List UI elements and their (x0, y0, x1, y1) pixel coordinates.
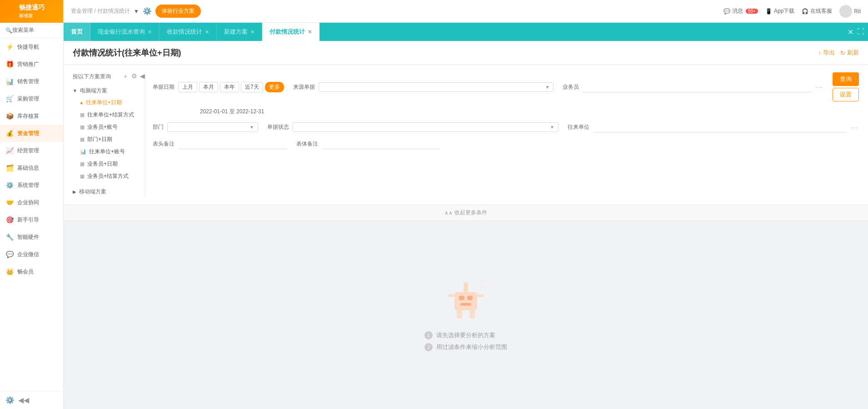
sidebar-item-inventory[interactable]: 📦 库存核算 (0, 107, 63, 125)
sidebar-item-basic[interactable]: 🗂️ 基础信息 (0, 159, 63, 177)
sidebar-item-finance[interactable]: 💰 资金管理 (0, 125, 63, 142)
bank-tab-close[interactable]: ✕ (148, 29, 152, 35)
header-left: 资金管理 / 付款情况统计 ▼ ⚙️ 体验行业方案 (71, 5, 718, 18)
date-btn-this-year[interactable]: 本年 (220, 82, 239, 92)
app-download-action[interactable]: 📱 App下载 (765, 7, 794, 15)
trial-btn[interactable]: 体验行业方案 (155, 5, 201, 18)
sidebar-item-label: 资金管理 (17, 130, 39, 137)
sidebar-item-marketing[interactable]: 🎁 营销推广 (0, 56, 63, 73)
breadcrumb-dropdown[interactable]: ▼ (134, 8, 139, 15)
app-logo: 畅捷通巧 标准版 (0, 0, 63, 23)
sidebar-item-label: 销售管理 (17, 78, 39, 86)
empty-tip-1: 1 请先选择要分析的方案 (424, 331, 507, 339)
filter-body-note-item: 表体备注 (296, 139, 859, 149)
scheme-item-staff-settle[interactable]: ▦ 业务员+结算方式 (73, 170, 145, 182)
sidebar-item-hardware[interactable]: 🔧 智能硬件 (0, 228, 63, 246)
collapse-more-btn[interactable]: ∧∧ 收起更多条件 (444, 209, 487, 217)
scheme-item-unit-account[interactable]: 📊 往来单位+账号 (73, 146, 145, 158)
staff-dots-btn[interactable]: ··· (815, 83, 823, 91)
header-note-input[interactable] (178, 139, 287, 149)
header-settings-icon[interactable]: ⚙️ (143, 7, 152, 15)
date-btn-7days[interactable]: 近7天 (241, 82, 263, 92)
message-action[interactable]: 💬 消息 99+ (723, 7, 758, 15)
user-profile[interactable]: Rit (839, 5, 861, 18)
filter-partner-item: 往来单位 ··· (568, 122, 859, 132)
doc-status-select[interactable]: ▼ (293, 122, 559, 132)
user-avatar (839, 5, 852, 18)
staff-label: 业务员 (563, 83, 579, 91)
page-title: 付款情况统计(往来单位+日期) (73, 47, 181, 58)
tab-payment[interactable]: 付款情况统计 ✕ (262, 23, 319, 41)
export-btn[interactable]: ↑ 导出 (818, 49, 835, 57)
refresh-label: 刷新 (847, 49, 859, 57)
settings-btn[interactable]: 设置 (833, 88, 859, 101)
sidebar-item-label: 系统管理 (17, 182, 39, 189)
service-icon: 🎧 (802, 8, 808, 15)
filter-staff-item: 业务员 ··· (563, 82, 823, 92)
tab-close-all-icon[interactable]: ✕ (848, 28, 853, 36)
query-btn[interactable]: 查询 (833, 72, 859, 86)
sidebar-item-wechat[interactable]: 💬 企业微信 (0, 246, 63, 263)
header-note-label: 表头备注 (153, 140, 175, 148)
settings-scheme-icon[interactable]: ⚙ (131, 72, 137, 81)
collapse-scheme-icon[interactable]: ◀ (140, 72, 145, 81)
partner-dots-btn[interactable]: ··· (851, 124, 859, 131)
add-scheme-icon[interactable]: ＋ (122, 72, 129, 81)
collapse-sidebar-icon[interactable]: ◀◀ (18, 396, 29, 404)
date-btn-more[interactable]: 更多 (265, 82, 284, 92)
filter-header-note-item: 表头备注 (153, 139, 287, 149)
tab-home[interactable]: 首页 (64, 23, 90, 41)
doc-status-dropdown-icon: ▼ (550, 125, 554, 130)
scheme-icon-2: ▦ (80, 124, 85, 130)
svg-rect-7 (477, 294, 484, 297)
sidebar-item-system[interactable]: ⚙️ 系统管理 (0, 177, 63, 194)
sidebar-item-enterprise[interactable]: 🤝 企业协同 (0, 194, 63, 211)
body-note-input[interactable] (322, 139, 440, 149)
scheme-category-desktop[interactable]: ▼ 电脑端方案 (73, 85, 145, 96)
scheme-item-dept-date[interactable]: ▦ 部门+日期 (73, 133, 145, 146)
scheme-item-staff-date[interactable]: ▦ 业务员+日期 (73, 158, 145, 170)
svg-rect-3 (460, 303, 471, 306)
sidebar-item-label: 营销推广 (17, 61, 39, 68)
download-icon: 📱 (765, 8, 772, 15)
payment-tab-close[interactable]: ✕ (308, 29, 312, 35)
online-service-action[interactable]: 🎧 在线客服 (802, 7, 832, 15)
sidebar-item-quick-nav[interactable]: ⚡ 快捷导航 (0, 38, 63, 56)
search-menu[interactable]: 🔍 搜索菜单 (0, 23, 63, 38)
tab-maximize-icon[interactable]: ⛶ (857, 28, 864, 36)
scheme-item-unit-settle[interactable]: ▦ 往来单位+结算方式 (73, 109, 145, 121)
scheme-item-unit-date[interactable]: ● 往来单位+日期 (73, 96, 145, 109)
settings-gear-icon[interactable]: ⚙️ (5, 396, 15, 404)
new-scheme-tab-close[interactable]: ✕ (250, 29, 254, 35)
svg-rect-6 (448, 294, 454, 297)
sidebar-item-operation[interactable]: 📈 经营管理 (0, 142, 63, 159)
user-name: Rit (854, 8, 861, 15)
date-btn-this-month[interactable]: 本月 (199, 82, 218, 92)
refresh-btn[interactable]: ↻ 刷新 (840, 49, 859, 57)
sidebar-item-vip[interactable]: 👑 畅会员 (0, 263, 63, 280)
empty-state: 1 请先选择要分析的方案 2 用过滤条件来缩小分析范围 (64, 221, 868, 409)
vip-icon: 👑 (5, 268, 14, 276)
sidebar-item-sales[interactable]: 📊 销售管理 (0, 73, 63, 90)
tab-receipt[interactable]: 收款情况统计 ✕ (160, 23, 217, 41)
sidebar-item-guide[interactable]: 🎯 新手引导 (0, 211, 63, 228)
dept-select[interactable]: ▼ (167, 122, 258, 132)
staff-input[interactable] (583, 82, 812, 92)
message-badge: 99+ (746, 9, 758, 14)
receipt-tab-close[interactable]: ✕ (205, 29, 209, 35)
tab-bank[interactable]: 现金银行流水查询 ✕ (90, 23, 160, 41)
enterprise-icon: 🤝 (5, 198, 14, 207)
scheme-item-label: 往来单位+日期 (86, 99, 122, 106)
tab-new-scheme[interactable]: 新建方案 ✕ (217, 23, 262, 41)
date-btn-last-month[interactable]: 上月 (178, 82, 197, 92)
date-range-row: 2022-01-01 至 2022-12-31 (153, 108, 859, 116)
svg-rect-9 (469, 310, 475, 318)
scheme-item-label: 往来单位+结算方式 (87, 111, 134, 119)
scheme-item-staff-account[interactable]: ▦ 业务员+账号 (73, 121, 145, 133)
tab-bar-right: ✕ ⛶ (844, 23, 868, 41)
partner-input[interactable] (593, 122, 847, 132)
scheme-category-mobile[interactable]: ▶ 移动端方案 (73, 186, 145, 197)
sidebar-item-label: 基础信息 (17, 164, 39, 172)
source-select[interactable]: ▼ (319, 82, 554, 92)
sidebar-item-purchase[interactable]: 🛒 采购管理 (0, 90, 63, 107)
